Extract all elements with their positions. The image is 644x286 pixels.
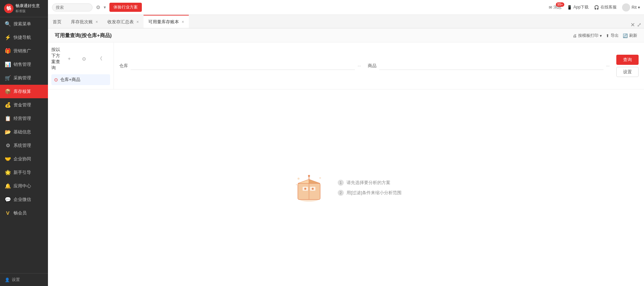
app-download-btn[interactable]: 📱 App下载 bbox=[567, 4, 589, 10]
tab-close-window-btn[interactable]: ✕ bbox=[630, 22, 635, 28]
sidebar-item-label: 基础信息 bbox=[14, 129, 31, 135]
add-scheme-btn[interactable]: ＋ bbox=[67, 56, 80, 62]
svg-point-9 bbox=[312, 188, 314, 190]
sidebar-item-label: 经营管理 bbox=[14, 115, 31, 122]
refresh-label: 刷新 bbox=[629, 33, 637, 38]
page-title: 可用量查询(按仓库+商品) bbox=[55, 32, 112, 39]
query-left-header: 按以下方案查询 ＋ ⊙ 《 bbox=[51, 47, 110, 71]
sidebar-item-label: 采购管理 bbox=[14, 75, 31, 81]
tab-summary[interactable]: 收发存汇总表 × bbox=[103, 15, 144, 28]
refresh-btn[interactable]: 🔄 刷新 bbox=[623, 33, 637, 38]
sidebar-item-label: 营销推广 bbox=[14, 48, 31, 54]
topbar: ⚙ ▾ 体验行业方案 ✉ 消息 99+ 📱 App下载 🎧 在线客服 Rit ▾ bbox=[48, 0, 644, 15]
sidebar-item-system[interactable]: ⚙ 系统管理 bbox=[0, 139, 48, 152]
tabs-right-actions: ✕ ⤢ bbox=[630, 22, 644, 28]
page-content: 可用量查询(按仓库+商品) 🖨 按模板打印 ▾ ⬆ 导出 🔄 刷新 bbox=[48, 28, 644, 286]
tab-home[interactable]: 首页 bbox=[48, 15, 66, 28]
page-header: 可用量查询(按仓库+商品) 🖨 按模板打印 ▾ ⬆ 导出 🔄 刷新 bbox=[48, 28, 644, 43]
phone-icon: 📱 bbox=[567, 5, 572, 10]
sidebar-item-vip[interactable]: V 畅会员 bbox=[0, 206, 48, 220]
user-chevron-icon: ▾ bbox=[638, 5, 640, 10]
industry-btn[interactable]: 体验行业方案 bbox=[109, 3, 142, 12]
hint1-num: 1 bbox=[338, 180, 344, 186]
scheme-item-warehouse-goods[interactable]: ⊙ 仓库+商品 bbox=[51, 74, 110, 85]
collapse-btn[interactable]: 《 bbox=[98, 56, 110, 62]
tab-batch[interactable]: 库存批次账 × bbox=[66, 15, 103, 28]
sidebar-item-marketing[interactable]: 🎁 营销推广 bbox=[0, 44, 48, 58]
scheme-icon: ⊙ bbox=[54, 77, 58, 82]
search-icon: 🔍 bbox=[5, 21, 11, 27]
sales-icon: 📊 bbox=[5, 61, 11, 68]
tab-batch-close[interactable]: × bbox=[96, 20, 98, 24]
sidebar-item-basic[interactable]: 📂 基础信息 bbox=[0, 125, 48, 139]
warehouse-input[interactable] bbox=[131, 62, 355, 70]
print-chevron-icon[interactable]: ▾ bbox=[600, 33, 602, 38]
chevron-down-icon[interactable]: ▾ bbox=[104, 5, 106, 10]
empty-illustration bbox=[290, 169, 328, 206]
empty-hint-2: 2 用[过滤]条件来缩小分析范围 bbox=[338, 190, 402, 196]
sidebar-item-label: 快捷导航 bbox=[14, 34, 31, 41]
user-label: Rit bbox=[632, 5, 637, 10]
tab-available-label: 可用量库存账本 bbox=[148, 19, 179, 25]
newguide-icon: 🌟 bbox=[5, 170, 11, 176]
svg-marker-4 bbox=[309, 179, 320, 183]
purchase-icon: 🛒 bbox=[5, 75, 11, 81]
query-left-header-label: 按以下方案查询 bbox=[51, 47, 64, 71]
quick-nav-icon: ⚡ bbox=[5, 34, 11, 41]
query-actions: 查询 设置 bbox=[616, 55, 639, 77]
message-btn[interactable]: ✉ 消息 99+ bbox=[549, 4, 562, 10]
template-print-label: 按模板打印 bbox=[578, 33, 598, 38]
avatar bbox=[622, 3, 630, 11]
gear-icon[interactable]: ⚙ bbox=[96, 4, 100, 10]
sidebar-bottom[interactable]: 👤 设置 bbox=[0, 273, 48, 286]
message-badge: 99+ bbox=[556, 2, 564, 7]
sidebar-item-label: 系统管理 bbox=[14, 142, 31, 149]
svg-point-13 bbox=[296, 184, 297, 185]
topbar-search-input[interactable] bbox=[52, 3, 93, 11]
settings-scheme-btn[interactable]: ⊙ bbox=[82, 56, 95, 61]
system-icon: ⚙ bbox=[5, 142, 11, 149]
sidebar-item-operation[interactable]: 📋 经营管理 bbox=[0, 112, 48, 125]
sidebar-item-appcenter[interactable]: 🔔 应用中心 bbox=[0, 179, 48, 193]
sidebar-item-label: 应用中心 bbox=[14, 183, 31, 189]
tab-summary-close[interactable]: × bbox=[136, 20, 139, 24]
sidebar-item-purchase[interactable]: 🛒 采购管理 bbox=[0, 71, 48, 85]
setting-btn[interactable]: 设置 bbox=[616, 67, 639, 77]
template-print-btn[interactable]: 🖨 按模板打印 ▾ bbox=[573, 33, 602, 38]
tab-available[interactable]: 可用量库存账本 × bbox=[144, 15, 189, 28]
sidebar-item-sales[interactable]: 📊 销售管理 bbox=[0, 58, 48, 71]
sidebar-nav: 🔍 搜索菜单 ⚡ 快捷导航 🎁 营销推广 📊 销售管理 🛒 采购管理 📦 库存核… bbox=[0, 17, 48, 273]
sidebar-item-search[interactable]: 🔍 搜索菜单 bbox=[0, 17, 48, 31]
wechat-icon: 💬 bbox=[5, 197, 11, 203]
tab-maximize-btn[interactable]: ⤢ bbox=[637, 22, 641, 28]
hint2-text: 用[过滤]条件来缩小分析范围 bbox=[346, 190, 402, 196]
sidebar-item-wechat[interactable]: 💬 企业微信 bbox=[0, 193, 48, 206]
sidebar-item-quick-nav[interactable]: ⚡ 快捷导航 bbox=[0, 31, 48, 44]
tab-bar: 首页 库存批次账 × 收发存汇总表 × 可用量库存账本 × ✕ ⤢ bbox=[48, 15, 644, 28]
online-service-btn[interactable]: 🎧 在线客服 bbox=[594, 4, 617, 10]
goods-input[interactable] bbox=[379, 62, 603, 70]
goods-more-btn[interactable]: ··· bbox=[606, 63, 610, 68]
sidebar-item-finance[interactable]: 💰 资金管理 bbox=[0, 98, 48, 112]
query-section: 按以下方案查询 ＋ ⊙ 《 ⊙ 仓库+商品 仓库 ··· 商品 bbox=[48, 43, 644, 89]
warehouse-more-btn[interactable]: ··· bbox=[358, 63, 361, 68]
tab-batch-label: 库存批次账 bbox=[71, 19, 93, 25]
warehouse-label: 仓库 bbox=[119, 63, 128, 69]
export-btn[interactable]: ⬆ 导出 bbox=[606, 33, 619, 38]
svg-point-12 bbox=[298, 178, 300, 180]
query-btn[interactable]: 查询 bbox=[616, 55, 639, 65]
vip-icon: V bbox=[5, 210, 11, 216]
basic-icon: 📂 bbox=[5, 129, 11, 135]
sidebar-item-label: 新手引导 bbox=[14, 170, 31, 176]
hint1-text: 请先选择要分析的方案 bbox=[346, 180, 390, 186]
goods-label: 商品 bbox=[368, 63, 377, 69]
sidebar-item-enterprise[interactable]: 🤝 企业协同 bbox=[0, 152, 48, 166]
empty-hint-1: 1 请先选择要分析的方案 bbox=[338, 180, 402, 186]
svg-point-11 bbox=[308, 175, 310, 177]
sidebar-item-newguide[interactable]: 🌟 新手引导 bbox=[0, 166, 48, 179]
tab-available-close[interactable]: × bbox=[182, 20, 184, 24]
refresh-icon: 🔄 bbox=[623, 33, 628, 38]
sidebar-item-inventory[interactable]: 📦 库存核算 bbox=[0, 85, 48, 98]
app-label: App下载 bbox=[573, 4, 589, 10]
user-menu[interactable]: Rit ▾ bbox=[622, 3, 640, 11]
